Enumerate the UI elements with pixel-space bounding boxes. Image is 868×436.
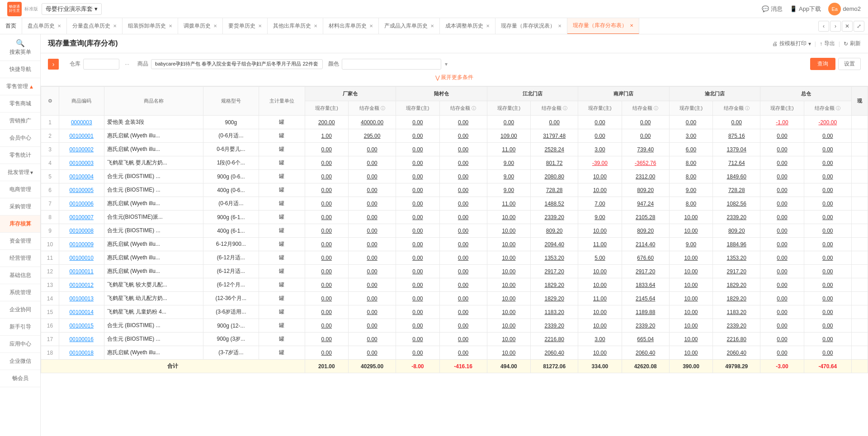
- sidebar-item-marketing[interactable]: 营销推广: [0, 113, 40, 130]
- settings-button[interactable]: 设置: [838, 58, 861, 70]
- jb-qty-cell[interactable]: 9.00: [487, 156, 530, 170]
- tab-9[interactable]: 成本调整单历史 ✕: [440, 18, 495, 34]
- code-cell[interactable]: 00100001: [59, 129, 104, 143]
- tab-10[interactable]: 现存量（库存状况表） ✕: [495, 18, 567, 34]
- tab-3[interactable]: 组装拆卸单历史 ✕: [123, 18, 178, 34]
- code-cell[interactable]: 00100007: [59, 211, 104, 224]
- na-qty-cell[interactable]: 10.00: [578, 319, 622, 333]
- zc-qty-cell[interactable]: 0.00: [760, 211, 804, 224]
- yb-qty-cell[interactable]: 10.00: [669, 224, 712, 238]
- code-cell[interactable]: 00100015: [59, 319, 104, 333]
- tab-11-close[interactable]: ✕: [630, 23, 633, 28]
- tab-3-close[interactable]: ✕: [169, 23, 172, 28]
- lc-qty-cell[interactable]: 0.00: [396, 224, 439, 238]
- lc-qty-cell[interactable]: 0.00: [396, 278, 439, 292]
- code-cell[interactable]: 00100002: [59, 143, 104, 156]
- code-cell[interactable]: 00100010: [59, 251, 104, 265]
- jb-qty-cell[interactable]: 10.00: [487, 251, 530, 265]
- na-qty-cell[interactable]: 11.00: [578, 238, 622, 251]
- print-btn[interactable]: 🖨 按模板打印 ▾: [772, 40, 811, 47]
- cj-qty-cell[interactable]: 0.00: [305, 170, 348, 183]
- na-qty-cell[interactable]: 10.00: [578, 170, 622, 183]
- lc-qty-cell[interactable]: 0.00: [396, 170, 439, 183]
- na-qty-cell[interactable]: 10.00: [578, 305, 622, 319]
- zc-qty-cell[interactable]: 0.00: [760, 319, 804, 333]
- zc-qty-cell[interactable]: 0.00: [760, 265, 804, 278]
- sidebar-item-retail-stat[interactable]: 零售统计: [0, 147, 40, 164]
- na-qty-cell[interactable]: -39.00: [578, 156, 622, 170]
- lc-qty-cell[interactable]: 0.00: [396, 265, 439, 278]
- na-qty-cell[interactable]: 3.00: [578, 333, 622, 346]
- jb-qty-cell[interactable]: 0.00: [487, 116, 530, 129]
- sidebar-item-member2[interactable]: 畅会员: [0, 370, 40, 387]
- yb-qty-cell[interactable]: 10.00: [669, 251, 712, 265]
- na-qty-cell[interactable]: 3.00: [578, 143, 622, 156]
- lc-qty-cell[interactable]: 0.00: [396, 251, 439, 265]
- jb-info-icon[interactable]: ⓘ: [563, 106, 567, 111]
- na-qty-cell[interactable]: 10.00: [578, 224, 622, 238]
- sidebar-item-retail-shop[interactable]: 零售商城: [0, 95, 40, 113]
- na-qty-cell[interactable]: 10.00: [578, 278, 622, 292]
- tab-4-close[interactable]: ✕: [213, 23, 217, 28]
- sidebar-item-basic[interactable]: 基础信息: [0, 267, 40, 284]
- tab-2-close[interactable]: ✕: [113, 23, 117, 28]
- lc-qty-cell[interactable]: 0.00: [396, 292, 439, 305]
- yb-qty-cell[interactable]: 0.00: [669, 116, 712, 129]
- zc-qty-cell[interactable]: 0.00: [760, 170, 804, 183]
- code-cell[interactable]: 00100016: [59, 333, 104, 346]
- jb-qty-cell[interactable]: 10.00: [487, 278, 530, 292]
- yb-qty-cell[interactable]: 10.00: [669, 211, 712, 224]
- sidebar-item-finance[interactable]: 资金管理: [0, 233, 40, 250]
- export-btn[interactable]: ↑ 导出: [820, 40, 835, 47]
- zc-qty-cell[interactable]: 0.00: [760, 278, 804, 292]
- tab-expand-btn[interactable]: ⤢: [854, 21, 864, 32]
- yb-qty-cell[interactable]: 10.00: [669, 319, 712, 333]
- zc-qty-cell[interactable]: 0.00: [760, 156, 804, 170]
- cj-qty-cell[interactable]: 0.00: [305, 292, 348, 305]
- cj-qty-cell[interactable]: 0.00: [305, 333, 348, 346]
- lc-qty-cell[interactable]: 0.00: [396, 116, 439, 129]
- tab-1-close[interactable]: ✕: [57, 23, 61, 28]
- sidebar-item-stock[interactable]: 库存核算: [0, 216, 40, 233]
- zc-info-icon[interactable]: ⓘ: [836, 106, 840, 111]
- jb-qty-cell[interactable]: 10.00: [487, 305, 530, 319]
- lc-qty-cell[interactable]: 0.00: [396, 346, 439, 360]
- tab-next-btn[interactable]: ›: [830, 21, 841, 32]
- jb-qty-cell[interactable]: 10.00: [487, 319, 530, 333]
- yb-qty-cell[interactable]: 10.00: [669, 305, 712, 319]
- jb-qty-cell[interactable]: 10.00: [487, 224, 530, 238]
- zc-qty-cell[interactable]: 0.00: [760, 224, 804, 238]
- sidebar-item-sys[interactable]: 系统管理: [0, 284, 40, 301]
- sidebar-item-guide[interactable]: 新手引导: [0, 319, 40, 336]
- cj-qty-cell[interactable]: 0.00: [305, 305, 348, 319]
- cj-qty-cell[interactable]: 0.00: [305, 278, 348, 292]
- code-cell[interactable]: 00100018: [59, 346, 104, 360]
- tab-7-close[interactable]: ✕: [369, 23, 373, 28]
- cj-qty-cell[interactable]: 0.00: [305, 156, 348, 170]
- yb-qty-cell[interactable]: 9.00: [669, 183, 712, 197]
- na-qty-cell[interactable]: 10.00: [578, 346, 622, 360]
- lc-qty-cell[interactable]: 0.00: [396, 143, 439, 156]
- na-qty-cell[interactable]: 9.00: [578, 211, 622, 224]
- na-info-icon[interactable]: ⓘ: [654, 106, 658, 111]
- jb-qty-cell[interactable]: 10.00: [487, 346, 530, 360]
- cj-qty-cell[interactable]: 0.00: [305, 183, 348, 197]
- sidebar-item-biz[interactable]: 经营管理: [0, 250, 40, 267]
- jb-qty-cell[interactable]: 10.00: [487, 265, 530, 278]
- zc-qty-cell[interactable]: 0.00: [760, 292, 804, 305]
- yb-info-icon[interactable]: ⓘ: [745, 106, 750, 111]
- yb-qty-cell[interactable]: 8.00: [669, 197, 712, 211]
- code-cell[interactable]: 00100008: [59, 224, 104, 238]
- tab-1[interactable]: 盘点单历史 ✕: [22, 18, 67, 34]
- code-cell[interactable]: 00100003: [59, 156, 104, 170]
- lc-qty-cell[interactable]: 0.00: [396, 319, 439, 333]
- cj-qty-cell[interactable]: 0.00: [305, 197, 348, 211]
- user-area[interactable]: Ea demo2: [828, 3, 861, 15]
- na-qty-cell[interactable]: 0.00: [578, 129, 622, 143]
- sidebar-item-wholesale[interactable]: 批发管理 ▾: [0, 164, 40, 181]
- yb-qty-cell[interactable]: 10.00: [669, 346, 712, 360]
- zc-qty-cell[interactable]: 0.00: [760, 305, 804, 319]
- zc-qty-cell[interactable]: 0.00: [760, 251, 804, 265]
- yb-qty-cell[interactable]: 9.00: [669, 238, 712, 251]
- tab-9-close[interactable]: ✕: [486, 23, 490, 28]
